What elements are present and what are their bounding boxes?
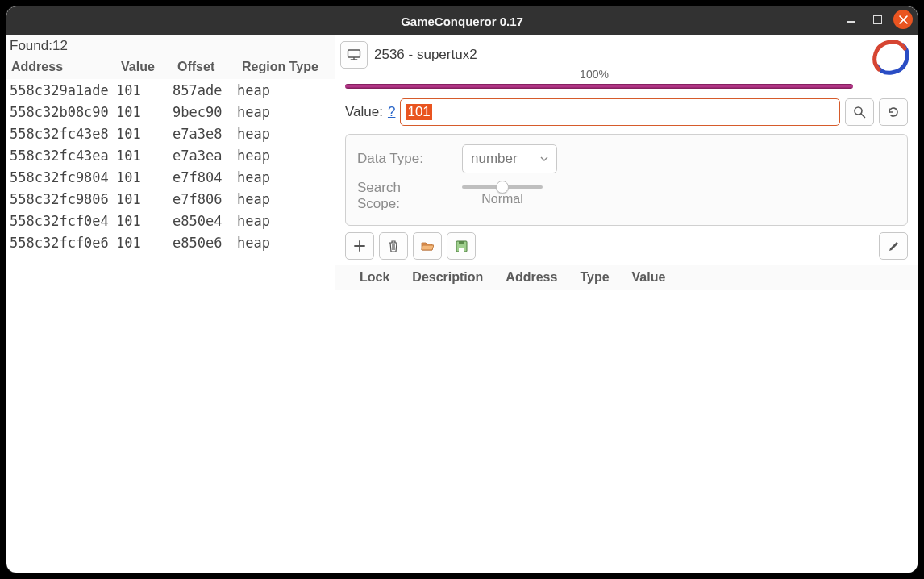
result-row[interactable]: 558c32fc9806101e7f806heap bbox=[6, 188, 335, 210]
progress-track bbox=[345, 84, 853, 89]
datatype-value: number bbox=[471, 151, 518, 167]
cell-value: 101 bbox=[116, 213, 173, 229]
logo-icon bbox=[871, 37, 911, 77]
pencil-icon bbox=[888, 240, 900, 252]
result-row[interactable]: 558c32fcf0e4101e850e4heap bbox=[6, 210, 335, 231]
scope-value: Normal bbox=[481, 192, 523, 206]
cell-region: heap bbox=[237, 213, 326, 229]
scope-slider-wrap: Normal bbox=[462, 185, 543, 206]
maximize-button[interactable] bbox=[868, 10, 887, 29]
datatype-row: Data Type: number bbox=[357, 144, 896, 173]
open-cheat-button[interactable] bbox=[413, 232, 442, 260]
cell-address: 558c32fc43e8 bbox=[6, 126, 116, 142]
cell-value: 101 bbox=[116, 82, 173, 98]
result-row[interactable]: 558c32fc43e8101e7a3e8heap bbox=[6, 123, 335, 144]
result-row[interactable]: 558c32fcf0e6101e850e6heap bbox=[6, 231, 335, 253]
window-body: Found: 12 Address Value Offset Region Ty… bbox=[6, 35, 918, 573]
cell-offset: e7a3e8 bbox=[173, 126, 237, 142]
svg-rect-7 bbox=[459, 241, 464, 244]
results-body: 558c329a1ade101857adeheap 558c32b08c9010… bbox=[6, 79, 335, 253]
cell-offset: 857ade bbox=[173, 82, 237, 98]
found-count-bar: Found: 12 bbox=[6, 35, 335, 56]
cell-value: 101 bbox=[116, 169, 173, 185]
control-pane: 2536 - supertux2 100% Value: ? bbox=[335, 35, 918, 573]
process-label: 2536 - supertux2 bbox=[374, 47, 477, 63]
minimize-button[interactable] bbox=[842, 10, 861, 29]
close-icon bbox=[899, 15, 908, 24]
cell-value: 101 bbox=[116, 104, 173, 120]
col-header-offset[interactable]: Offset bbox=[174, 58, 239, 76]
cell-address: 558c329a1ade bbox=[6, 82, 116, 98]
cell-offset: e850e6 bbox=[173, 235, 237, 251]
value-row: Value: ? 101 bbox=[345, 98, 908, 126]
close-button[interactable] bbox=[893, 10, 913, 29]
app-window: GameConqueror 0.17 Found: 12 Address Val… bbox=[6, 6, 918, 573]
result-row[interactable]: 558c32fc43ea101e7a3eaheap bbox=[6, 144, 335, 166]
col-header-description[interactable]: Description bbox=[412, 270, 483, 285]
window-title: GameConqueror 0.17 bbox=[401, 15, 523, 28]
cell-region: heap bbox=[237, 235, 326, 251]
cell-offset: e7f804 bbox=[173, 169, 237, 185]
trash-icon bbox=[388, 240, 399, 252]
cell-region: heap bbox=[237, 148, 326, 164]
search-icon bbox=[853, 106, 866, 119]
cell-address: 558c32b08c90 bbox=[6, 104, 116, 120]
reset-button[interactable] bbox=[879, 98, 908, 126]
process-sep: - bbox=[405, 47, 417, 62]
cell-offset: e7f806 bbox=[173, 191, 237, 207]
col-header-value[interactable]: Value bbox=[632, 270, 666, 285]
process-row: 2536 - supertux2 bbox=[340, 39, 913, 71]
monitor-icon bbox=[347, 48, 361, 61]
value-input[interactable]: 101 bbox=[400, 98, 840, 126]
save-icon bbox=[456, 240, 468, 252]
col-header-lock[interactable]: Lock bbox=[360, 270, 389, 285]
cell-offset: e850e4 bbox=[173, 213, 237, 229]
cell-address: 558c32fc9806 bbox=[6, 191, 116, 207]
plus-icon bbox=[354, 240, 365, 252]
select-process-button[interactable] bbox=[340, 41, 368, 69]
result-row[interactable]: 558c32fc9804101e7f804heap bbox=[6, 166, 335, 188]
cell-address: 558c32fc43ea bbox=[6, 148, 116, 164]
col-header-type[interactable]: Type bbox=[580, 270, 609, 285]
col-header-address[interactable]: Address bbox=[8, 58, 118, 76]
progress-bar: 100% bbox=[345, 76, 908, 81]
add-cheat-button[interactable] bbox=[345, 232, 374, 260]
cell-value: 101 bbox=[116, 235, 173, 251]
scope-label: Search Scope: bbox=[357, 180, 446, 212]
folder-open-icon bbox=[421, 240, 434, 252]
save-cheat-button[interactable] bbox=[447, 232, 476, 260]
cell-value: 101 bbox=[116, 148, 173, 164]
cheat-toolbar bbox=[345, 232, 908, 260]
delete-cheat-button[interactable] bbox=[379, 232, 408, 260]
svg-rect-6 bbox=[459, 248, 464, 252]
cell-region: heap bbox=[237, 82, 326, 98]
search-button[interactable] bbox=[845, 98, 874, 126]
titlebar: GameConqueror 0.17 bbox=[6, 6, 918, 35]
value-help-link[interactable]: ? bbox=[388, 104, 395, 120]
cell-region: heap bbox=[237, 104, 326, 120]
found-label: Found: bbox=[10, 38, 52, 54]
datatype-select[interactable]: number bbox=[462, 144, 557, 173]
svg-rect-0 bbox=[348, 50, 360, 57]
cheatlist-header: Lock Description Address Type Value bbox=[335, 265, 918, 290]
scope-row: Search Scope: Normal bbox=[357, 180, 896, 212]
scope-slider[interactable] bbox=[462, 185, 543, 189]
cell-region: heap bbox=[237, 126, 326, 142]
refresh-icon bbox=[887, 106, 900, 119]
results-pane: Found: 12 Address Value Offset Region Ty… bbox=[6, 35, 335, 573]
cell-region: heap bbox=[237, 169, 326, 185]
result-row[interactable]: 558c32b08c901019bec90heap bbox=[6, 101, 335, 123]
col-header-region[interactable]: Region Type bbox=[239, 58, 327, 76]
chevron-down-icon bbox=[540, 156, 548, 161]
cell-offset: 9bec90 bbox=[173, 104, 237, 120]
scope-slider-thumb[interactable] bbox=[496, 181, 509, 194]
window-controls bbox=[842, 10, 913, 29]
cheatlist-body[interactable] bbox=[335, 290, 918, 573]
result-row[interactable]: 558c329a1ade101857adeheap bbox=[6, 79, 335, 101]
results-header: Address Value Offset Region Type bbox=[6, 56, 335, 79]
cell-address: 558c32fc9804 bbox=[6, 169, 116, 185]
col-header-address[interactable]: Address bbox=[506, 270, 557, 285]
app-logo bbox=[871, 37, 911, 77]
memory-editor-button[interactable] bbox=[879, 232, 908, 260]
col-header-value[interactable]: Value bbox=[118, 58, 174, 76]
